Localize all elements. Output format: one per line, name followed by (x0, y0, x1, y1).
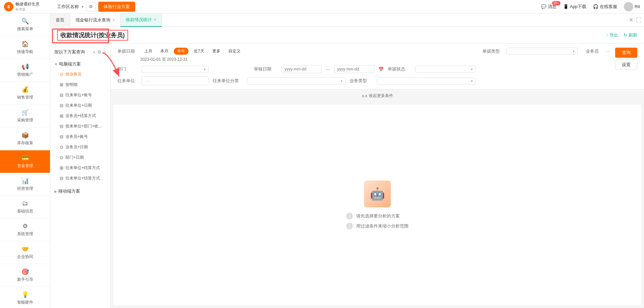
date-tab-custom[interactable]: 自定义 (226, 48, 243, 55)
sidebar-item-label: 企业协同 (17, 254, 33, 260)
avatar-image (624, 2, 633, 11)
empty-step-2: 2 用过滤条件来缩小分析范围 (346, 223, 409, 229)
export-icon: ↑ (606, 33, 608, 38)
collapse-up-icon: ∧∧ (362, 94, 368, 98)
empty-icon: 🤖 (364, 181, 391, 207)
sidebar-item-enterprise[interactable]: 🤝 企业协同 (0, 241, 50, 264)
scheme-item-by-salesperson[interactable]: ⊙ 按业务员 (50, 69, 110, 80)
scheme-item-salesperson-date[interactable]: ⊙ 业务员+日期 (50, 142, 110, 152)
biz-type-label: 业务类型 (350, 78, 373, 84)
date-tabs: 上月 本月 本年 近7天 更多 自定义 (142, 48, 243, 55)
tab-close-all-btn[interactable]: ✕ (629, 17, 633, 23)
review-date-to-input[interactable] (334, 65, 374, 73)
app-download-button[interactable]: 📱 App下载 (563, 4, 586, 10)
scheme-group-mobile-header[interactable]: ▶ 移动端方案 (50, 186, 110, 196)
tab-collection-stats[interactable]: 收款情况统计 × (120, 13, 162, 27)
sidebar-item-label: 系统管理 (17, 231, 33, 237)
scheme-item-partner-settle2[interactable]: ⊟ 往来单位+结算方式 (50, 173, 110, 184)
workspace-dropdown-icon[interactable]: ▾ (82, 4, 84, 9)
scheme-item-salesperson-account[interactable]: ⊟ 业务员+账号 (50, 132, 110, 142)
scheme-item-label: 按明细 (65, 82, 77, 88)
sidebar-item-sales[interactable]: 💰 销售管理 (0, 82, 50, 105)
sidebar-item-basic-info[interactable]: 🗂 基础信息 (0, 196, 50, 218)
tab-bank-flow[interactable]: 现金银行流水查询 × (70, 13, 120, 27)
tab-bar: 首页 现金银行流水查询 × 收款情况统计 × ✕ ⛶ (50, 13, 644, 27)
tab-collection-stats-close[interactable]: × (154, 17, 156, 22)
scheme-group-pc-header[interactable]: ▼ 电脑端方案 (50, 59, 110, 69)
scheme-item-by-detail[interactable]: ⊞ 按明细 (50, 80, 110, 90)
date-tab-more[interactable]: 更多 (210, 48, 223, 55)
refresh-button[interactable]: ↻ 刷新 (624, 32, 637, 38)
user-name: Rit (635, 4, 640, 9)
query-button[interactable]: 查询 (615, 48, 637, 58)
sidebar-item-label: 基础信息 (17, 208, 33, 214)
sidebar-item-inventory[interactable]: 📦 库存核算 (0, 127, 50, 150)
scheme-item-label: 按来单位+部门+收... (65, 123, 102, 129)
export-button[interactable]: ↑ 导出 (606, 32, 619, 38)
sidebar-item-label: 库存核算 (17, 140, 33, 146)
sidebar-item-marketing[interactable]: 📢 营销推广 (0, 59, 50, 82)
sidebar-item-quick-nav[interactable]: 🏠 快捷导航 (0, 36, 50, 59)
partner-more-icon[interactable]: ··· (146, 78, 150, 84)
data-area: 🤖 1 请先选择要分析的方案 2 用过滤条件来缩小分析范围 (113, 105, 641, 305)
date-tab-last-month[interactable]: 上月 (142, 48, 155, 55)
sidebar-item-purchase[interactable]: 🛒 采购管理 (0, 105, 50, 127)
sidebar-item-label: 营销推广 (17, 72, 33, 78)
sidebar-item-finance[interactable]: 💳 资金管理 (0, 150, 50, 173)
scheme-item-partner-settle1[interactable]: ⊞ 往来单位+结算方式 (50, 163, 110, 173)
scheme-item-by-partner-dept[interactable]: ⊟ 按来单位+部门+收... (50, 121, 110, 132)
partner-classify-arrow-icon: ▾ (341, 79, 342, 83)
date-dash: — (326, 67, 330, 72)
date-tab-last-7-days[interactable]: 近7天 (191, 48, 207, 55)
dept-select[interactable]: ▾ (142, 66, 209, 73)
scheme-item-partner-account[interactable]: ⊟ 往来单位+账号 (50, 90, 110, 100)
doc-status-select[interactable]: ▾ (415, 66, 476, 73)
scheme-settings-button[interactable]: ⚙ (97, 49, 102, 55)
tab-home[interactable]: 首页 (50, 13, 70, 27)
tab-bank-flow-close[interactable]: × (112, 18, 115, 22)
sidebar-item-system[interactable]: ⚙ 系统管理 (0, 218, 50, 241)
right-panel: 单据日期 上月 本月 本年 近7天 更多 自定义 (111, 44, 644, 308)
partner-select[interactable]: ··· (142, 76, 209, 85)
message-button[interactable]: 💬 消息 99+ (541, 4, 556, 10)
scheme-item-salesperson-settle[interactable]: ⊞ 业务员+结算方式 (50, 111, 110, 121)
add-scheme-button[interactable]: + (93, 49, 95, 55)
online-service-button[interactable]: 🎧 在线客服 (593, 4, 617, 10)
sidebar-item-label: 销售管理 (17, 95, 33, 100)
sidebar-item-label: 采购管理 (17, 117, 33, 123)
content-area: 首页 现金银行流水查询 × 收款情况统计 × ✕ ⛶ 收款情况统计(按业务员) … (50, 13, 644, 308)
review-date-from-input[interactable] (281, 65, 322, 73)
sidebar-item-smart-hw[interactable]: 💡 智能硬件 (0, 287, 50, 308)
doc-type-arrow-icon: ▾ (573, 49, 575, 53)
tab-expand-btn[interactable]: ⛶ (636, 17, 641, 23)
sidebar-item-search-menu[interactable]: 🔍 搜索菜单 (0, 13, 50, 36)
biz-type-select[interactable]: ▾ (377, 78, 476, 85)
trial-button[interactable]: 体验行业方案 (98, 2, 135, 12)
scheme-item-icon: ⊞ (60, 113, 63, 118)
empty-steps: 1 请先选择要分析的方案 2 用过滤条件来缩小分析范围 (346, 213, 409, 229)
partner-classify-select[interactable]: ▾ (247, 78, 345, 85)
doc-type-select[interactable]: ▾ (506, 48, 578, 55)
scheme-item-partner-date[interactable]: ⊟ 往来单位+日期 (50, 100, 110, 111)
mobile-group-arrow-icon: ▶ (54, 190, 57, 193)
sidebar-item-operation[interactable]: 📊 经营管理 (0, 173, 50, 196)
sidebar-item-beginner[interactable]: 🎯 新手引导 (0, 264, 50, 287)
top-bar: 6 畅捷通好生意 标准版 工作区名称 ▾ ⚙ 体验行业方案 💬 消息 99+ 📱… (0, 0, 644, 13)
sidebar-nav: 🔍 搜索菜单 🏠 快捷导航 📢 营销推广 💰 销售管理 🛒 采购管理 📦 库存核… (0, 13, 50, 308)
salesperson-more-icon[interactable]: ··· (606, 49, 610, 54)
date-tab-this-year[interactable]: 本年 (174, 48, 189, 55)
message-badge: 99+ (552, 1, 560, 5)
quick-nav-icon: 🏠 (21, 40, 29, 48)
scheme-item-dept-date[interactable]: ⊙ 部门+日期 (50, 152, 110, 163)
scheme-item-label: 业务员+日期 (65, 144, 88, 150)
collapse-bar[interactable]: ∧∧ 收起更多条件 (111, 90, 644, 102)
settings-button[interactable]: ⚙ (86, 2, 96, 11)
scheme-item-icon: ⊟ (60, 103, 63, 108)
date-tab-this-month[interactable]: 本月 (158, 48, 171, 55)
review-date-label: 审核日期 (254, 66, 277, 72)
scheme-group-mobile: ▶ 移动端方案 (50, 185, 110, 198)
panel-collapse-button[interactable]: « (104, 49, 106, 55)
user-avatar[interactable]: Rit (624, 2, 640, 11)
settings-button[interactable]: 设置 (615, 60, 637, 70)
calendar-icon-from[interactable]: 📅 (378, 67, 384, 72)
